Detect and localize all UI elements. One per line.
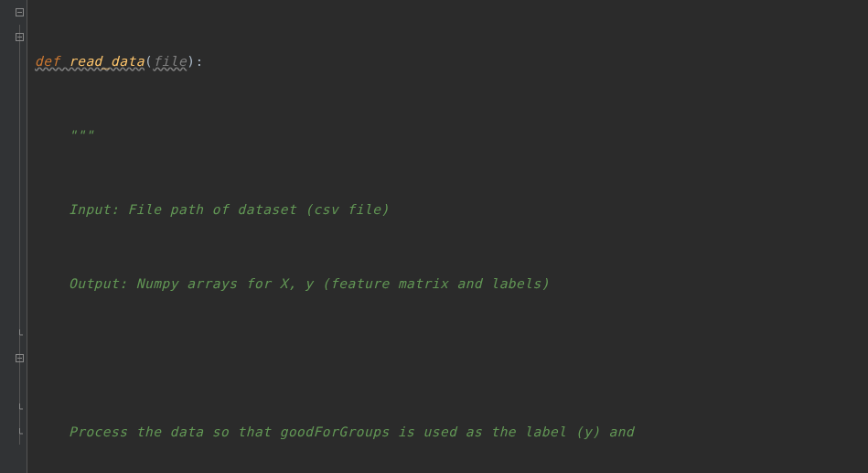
fold-guide-line <box>19 371 20 395</box>
fold-guide-line <box>19 272 20 296</box>
fold-toggle-icon[interactable] <box>15 8 24 17</box>
gutter-line <box>0 395 27 420</box>
docstring-quote: """ <box>35 128 94 143</box>
fold-end-icon[interactable] <box>15 428 24 437</box>
paren-open: ( <box>145 54 153 69</box>
docstring-text: Input: File path of dataset (csv file) <box>35 202 390 217</box>
fold-toggle-icon[interactable] <box>15 354 24 363</box>
code-line[interactable] <box>35 346 868 371</box>
gutter-line <box>0 247 27 272</box>
fold-end-icon[interactable] <box>15 403 24 413</box>
gutter-column <box>0 0 27 473</box>
fold-guide-line <box>19 173 20 198</box>
gutter-line <box>0 148 27 173</box>
fold-toggle-icon[interactable] <box>15 33 24 42</box>
gutter-line <box>0 346 27 371</box>
gutter-line <box>0 99 27 124</box>
editor-gutter <box>0 0 27 473</box>
paren-close-colon: ): <box>187 54 203 69</box>
fold-guide-line <box>19 198 20 222</box>
code-line[interactable]: def read_data(file): <box>35 49 868 74</box>
docstring-text: Process the data so that goodForGroups i… <box>35 425 634 439</box>
gutter-line <box>0 321 27 346</box>
gutter-line <box>0 272 27 296</box>
fold-guide-line <box>19 148 20 173</box>
gutter-line <box>0 173 27 198</box>
docstring-text: Output: Numpy arrays for X, y (feature m… <box>35 276 550 291</box>
parameter-name: file <box>153 54 187 69</box>
code-editor[interactable]: def read_data(file): """ Input: File pat… <box>27 0 868 473</box>
gutter-line <box>0 124 27 148</box>
gutter-line <box>0 0 27 25</box>
gutter-line <box>0 25 27 49</box>
fold-guide-line <box>19 49 20 74</box>
gutter-line <box>0 49 27 74</box>
fold-end-icon[interactable] <box>15 329 24 339</box>
gutter-line <box>0 74 27 99</box>
code-line[interactable]: Output: Numpy arrays for X, y (feature m… <box>35 272 868 296</box>
code-line[interactable]: Input: File path of dataset (csv file) <box>35 198 868 222</box>
gutter-line <box>0 371 27 395</box>
fold-guide-line <box>19 74 20 99</box>
code-line[interactable]: """ <box>35 124 868 148</box>
fold-guide-line <box>19 222 20 247</box>
gutter-line <box>0 445 27 469</box>
keyword-def: def <box>35 54 60 69</box>
function-name: read_data <box>60 54 145 69</box>
gutter-line <box>0 296 27 321</box>
fold-guide-line <box>19 296 20 321</box>
fold-guide-line <box>19 247 20 272</box>
gutter-line <box>0 222 27 247</box>
fold-guide-line <box>19 99 20 124</box>
gutter-line <box>0 198 27 222</box>
code-line[interactable]: Process the data so that goodForGroups i… <box>35 420 868 445</box>
fold-guide-line <box>19 124 20 148</box>
gutter-line <box>0 420 27 445</box>
